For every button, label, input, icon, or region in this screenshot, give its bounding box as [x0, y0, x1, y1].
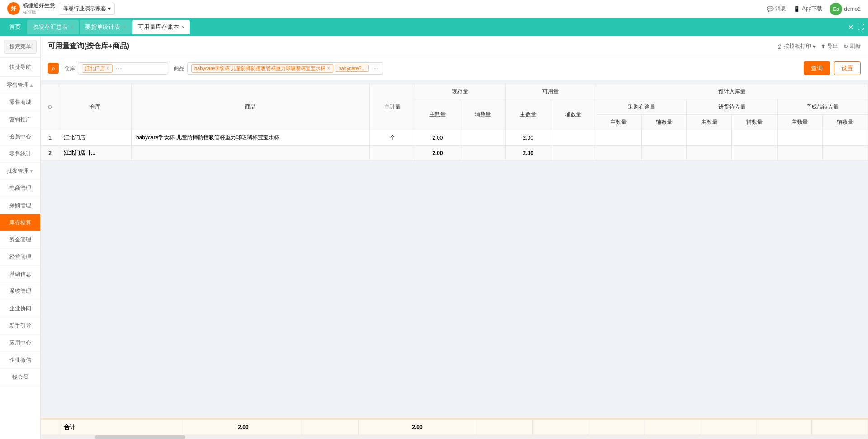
sidebar-item-basic-info[interactable]: 基础信息 — [0, 266, 40, 283]
data-table: ⚙ 仓库 商品 主计量 现存量 — [41, 84, 868, 161]
row-current-main: 2.00 — [415, 146, 460, 161]
tab-collection-label: 收发存汇总表 — [33, 23, 68, 31]
row-available-sub — [551, 146, 596, 161]
sidebar-label: 批发管理 — [7, 167, 28, 175]
transit-sub-header: 辅数量 — [732, 115, 777, 130]
print-icon: 🖨 — [777, 43, 782, 50]
sidebar-label: 会员中心 — [9, 133, 31, 141]
remove-warehouse-tag-icon[interactable]: × — [106, 65, 109, 71]
sidebar-label: 基础信息 — [9, 270, 31, 278]
sidebar-item-retail-stats[interactable]: 零售统计 — [0, 146, 40, 163]
tab-home[interactable]: 首页 — [4, 20, 26, 34]
close-all-tabs-icon[interactable]: ✕ — [848, 23, 854, 32]
tab-collection[interactable]: 收发存汇总表 × — [27, 20, 79, 34]
footer-available-sub — [476, 420, 533, 435]
row-available-main: 2.00 — [505, 146, 551, 161]
available-header: 可用量 — [505, 84, 596, 99]
username: demo2 — [844, 6, 861, 12]
sidebar-item-enterprise-wechat[interactable]: 企业微信 — [0, 352, 40, 369]
product-sub-header: 辅数量 — [822, 115, 868, 130]
sidebar-item-member[interactable]: 会员中心 — [0, 128, 40, 146]
sidebar-item-ecommerce[interactable]: 电商管理 — [0, 180, 40, 197]
sidebar-item-operations[interactable]: 经营管理 — [0, 249, 40, 266]
goods-filter-more-icon[interactable]: ··· — [371, 64, 379, 73]
tab-inventory[interactable]: 可用量库存账本 × — [132, 20, 190, 34]
goods-filter-group: 商品 babycare学饮杯 儿童防摔防撞吸管杯重力球吸嘴杯宝宝水杯 × bab… — [174, 62, 383, 75]
filter-expand-button[interactable]: » — [48, 63, 59, 74]
sidebar-item-app-center[interactable]: 应用中心 — [0, 335, 40, 352]
logo-subtext: 标准版 — [23, 9, 55, 15]
row-purchase-sub — [642, 146, 687, 161]
avatar: Ea — [830, 3, 842, 15]
sidebar-item-wholesale[interactable]: 批发管理 ▼ — [0, 163, 40, 180]
row-goods — [131, 146, 369, 161]
sidebar-label: 电商管理 — [9, 184, 31, 192]
unit-col-header: 主计量 — [370, 84, 415, 130]
sidebar-item-finance[interactable]: 资金管理 — [0, 231, 40, 249]
tab-order[interactable]: 要货单统计表 × — [80, 20, 131, 34]
search-menu-button[interactable]: 搜索菜单 — [4, 40, 37, 54]
row-warehouse: 江北门店 — [59, 130, 132, 146]
sidebar-item-system[interactable]: 系统管理 — [0, 283, 40, 300]
sidebar-item-purchase[interactable]: 采购管理 — [0, 197, 40, 214]
sidebar-label: 畅会员 — [12, 373, 28, 381]
sidebar-item-newbie[interactable]: 新手引导 — [0, 317, 40, 335]
industry-label: 母婴行业演示账套 — [63, 5, 106, 13]
query-button[interactable]: 查询 — [804, 61, 830, 75]
fullscreen-icon[interactable]: ⛶ — [857, 23, 864, 32]
header-actions: 🖨 按模板打印 ▾ ⬆ 导出 ↻ 刷新 — [777, 42, 861, 50]
message-button[interactable]: 💬 消息 — [767, 5, 786, 13]
footer-label: 合计 — [59, 420, 184, 435]
logo-icon: 好 — [7, 2, 20, 15]
warehouse-filter-input[interactable]: 江北门店 × ··· — [78, 62, 168, 75]
close-inventory-icon[interactable]: × — [182, 24, 184, 30]
close-collection-icon[interactable]: × — [71, 24, 73, 30]
sidebar-item-member2[interactable]: 畅会员 — [0, 369, 40, 386]
table-container[interactable]: ⚙ 仓库 商品 主计量 现存量 — [41, 80, 868, 418]
page-title: 可用量查询(按仓库+商品) — [48, 42, 129, 51]
sidebar-label: 采购管理 — [9, 202, 31, 209]
available-main-header: 主数量 — [505, 99, 551, 130]
goods-filter-input[interactable]: babycare学饮杯 儿童防摔防撞吸管杯重力球吸嘴杯宝宝水杯 × babyca… — [187, 62, 383, 75]
row-current-sub — [460, 130, 505, 146]
footer-transit-main — [644, 420, 700, 435]
setting-button[interactable]: 设置 — [834, 61, 861, 75]
quick-nav-area: 快捷导航 — [0, 58, 40, 77]
sidebar-item-retail-mall[interactable]: 零售商城 — [0, 94, 40, 111]
sidebar-item-marketing[interactable]: 营销推广 — [0, 111, 40, 128]
sidebar-item-inventory-check[interactable]: 库存核算 — [0, 214, 40, 231]
filter-more-icon[interactable]: ··· — [114, 64, 123, 73]
export-button[interactable]: ⬆ 导出 — [821, 42, 838, 50]
logo-area: 好 畅捷通好生意 标准版 — [7, 2, 55, 15]
sidebar-label: 应用中心 — [9, 339, 31, 347]
goods-transit-header: 进货待入量 — [687, 99, 777, 115]
user-profile[interactable]: Ea demo2 — [830, 3, 861, 15]
scroll-thumb[interactable] — [95, 435, 185, 439]
refresh-button[interactable]: ↻ 刷新 — [844, 42, 861, 50]
available-sub-header: 辅数量 — [551, 99, 596, 130]
table-row: 1 江北门店 babycare学饮杯 儿童防摔防撞吸管杯重力球吸嘴杯宝宝水杯 个… — [41, 130, 868, 146]
row-serial: 1 — [41, 130, 59, 146]
top-bar: 好 畅捷通好生意 标准版 母婴行业演示账套 ▾ 💬 消息 📱 App下载 Ea … — [0, 0, 868, 18]
gear-icon[interactable]: ⚙ — [47, 104, 52, 110]
close-order-icon[interactable]: × — [123, 24, 126, 30]
app-download-button[interactable]: 📱 App下载 — [793, 5, 822, 13]
transit-main-header: 主数量 — [687, 115, 732, 130]
remove-goods-tag-1-icon[interactable]: × — [327, 65, 330, 71]
industry-selector[interactable]: 母婴行业演示账套 ▾ — [59, 3, 115, 15]
footer-available-main: 2.00 — [358, 420, 476, 435]
quick-nav-button[interactable]: 快捷导航 — [4, 61, 37, 73]
horizontal-scrollbar[interactable] — [41, 435, 868, 439]
sidebar-item-enterprise[interactable]: 企业协同 — [0, 300, 40, 317]
template-print-button[interactable]: 🖨 按模板打印 ▾ — [777, 42, 816, 50]
purchase-main-header: 主数量 — [596, 115, 641, 130]
row-current-sub — [460, 146, 505, 161]
sidebar-item-retail-mgmt[interactable]: 零售管理 ▲ — [0, 77, 40, 94]
footer-row: 合计 2.00 2.00 — [41, 420, 868, 435]
expected-in-header: 预计入库量 — [596, 84, 868, 99]
sidebar-label: 企业协同 — [9, 305, 31, 312]
row-product-main — [777, 146, 822, 161]
download-icon: 📱 — [793, 6, 800, 12]
chevron-down-icon: ▾ — [108, 5, 111, 12]
sidebar-label: 库存核算 — [9, 219, 31, 227]
